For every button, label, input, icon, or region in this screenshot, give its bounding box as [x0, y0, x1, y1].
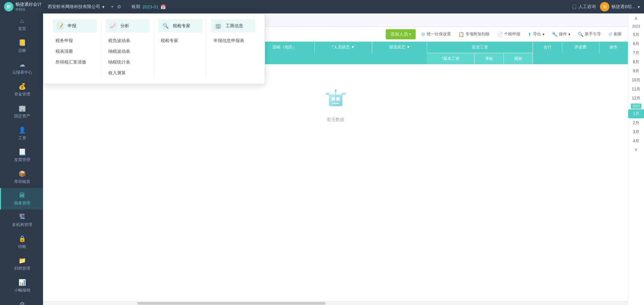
tax-icon: 🏛: [19, 192, 25, 199]
home-icon: ⌂: [20, 17, 24, 25]
timeline-up-button[interactable]: ▲: [632, 13, 640, 22]
tax-stats-item[interactable]: 纳税统计表: [106, 57, 150, 68]
fixed-assets-icon: 🏢: [18, 105, 26, 112]
inventory-icon: 📦: [18, 170, 26, 178]
operation-icon: 🔧: [552, 32, 558, 37]
sidebar-item-tax[interactable]: 🏛 税务管理: [0, 188, 43, 209]
tax-section-expert: 🔍 税检专家 税检专家: [154, 19, 207, 78]
timeline-month-10[interactable]: 10月: [628, 76, 644, 85]
refresh-label: 刷新: [614, 31, 622, 37]
timeline-month-4[interactable]: 4月: [628, 137, 644, 146]
annual-report-item[interactable]: 年报信息申报表: [211, 35, 256, 46]
tax-payment-item[interactable]: 纳税波动表: [106, 46, 150, 57]
empty-illustration: [322, 84, 349, 111]
income-calc2-item[interactable]: 收入测算: [106, 68, 150, 78]
headset-icon: 🎧: [572, 4, 577, 9]
guide-button[interactable]: 🔍 新手引导: [576, 30, 603, 38]
sidebar-label-cloud-report: 云报表中心: [12, 70, 32, 75]
analysis-icon: 📈: [108, 21, 118, 31]
special-deduction-button[interactable]: 📋 专项附加扣除: [456, 30, 492, 38]
sidebar-label-ledger: 总账: [18, 48, 26, 53]
timeline-down-button[interactable]: ▼: [632, 146, 640, 154]
operation-label: 操作: [559, 31, 567, 37]
calendar-icon[interactable]: 📅: [160, 4, 166, 9]
basic-settings-icon: ⚙: [20, 301, 25, 305]
operation-button[interactable]: 🔧 操作 ▾: [550, 30, 572, 38]
social-security-button[interactable]: ⚙ 统一社保设置: [419, 30, 453, 38]
user-name: 畅捷通B组...: [611, 4, 636, 10]
special-deduction-label: 专项附加扣除: [465, 31, 490, 37]
sidebar-item-ledger[interactable]: 📒 总账: [0, 35, 43, 57]
sidebar-label-fund: 资金管理: [14, 91, 30, 97]
export-button[interactable]: ⬆ 导出 ▾: [526, 30, 546, 38]
right-panel: ▲ 2023 5月 6月 7月 8月 9月 10月 11月 12月 2023 1…: [628, 13, 644, 305]
fund-icon: 💰: [18, 83, 26, 90]
tax-return-label: 个税申报: [504, 31, 520, 37]
sidebar-item-fixed-assets[interactable]: 🏢 固定资产: [0, 101, 43, 122]
th-base-salary: *基本工资: [427, 53, 474, 65]
timeline-month-11[interactable]: 11月: [628, 85, 644, 94]
popup-grid: 📝 申报 税务申报 税表清册 所得税汇算清缴 📈 分析 税负波动表 纳税波动表 …: [49, 19, 259, 78]
timeline-month-12[interactable]: 12月: [628, 94, 644, 103]
timeline-month-8[interactable]: 8月: [628, 58, 644, 67]
expert-item[interactable]: 税检专家: [158, 35, 202, 46]
tax-burden-item[interactable]: 税负波动表: [106, 35, 150, 46]
chevron-down-icon: ▾: [102, 4, 105, 9]
sidebar-item-archive[interactable]: 📁 归档管理: [0, 253, 43, 275]
sidebar-label-archive: 归档管理: [14, 266, 30, 271]
scroll-bar-thumb[interactable]: [137, 302, 326, 305]
sidebar-item-basic-settings[interactable]: ⚙ 基础设置: [0, 297, 43, 305]
logo-icon: 好: [4, 2, 13, 11]
period-info: 账期 2023-01 📅: [131, 4, 166, 10]
top-bar-left: 好 畅捷通好会计 旗舰版 西安虾米网络科技有限公司 ▾ + ⚙ 账期 2023-…: [4, 2, 166, 12]
invoice-icon: 📃: [18, 148, 26, 156]
analysis-title: 分析: [120, 23, 129, 29]
sidebar-item-multi-org[interactable]: 🏗 多机构管理: [0, 209, 43, 231]
expert-title: 税检专家: [173, 23, 190, 29]
tax-section-analysis: 📈 分析 税负波动表 纳税波动表 纳税统计表 收入测算: [102, 19, 154, 78]
timeline-month-9[interactable]: 9月: [628, 67, 644, 76]
export-caret-icon: ▾: [542, 32, 544, 37]
timeline-month-2[interactable]: 2月: [628, 118, 644, 127]
settings-icon[interactable]: ⚙: [117, 4, 121, 9]
sidebar-label-fixed-assets: 固定资产: [14, 113, 30, 119]
refresh-button[interactable]: ↺ 刷新: [606, 30, 624, 38]
svg-rect-0: [329, 94, 342, 106]
special-deduction-icon: 📋: [458, 32, 464, 37]
export-icon: ⬆: [528, 32, 532, 37]
service-button[interactable]: 🎧 人工咨询: [572, 4, 596, 10]
tax-declare-item[interactable]: 税务申报: [53, 35, 97, 46]
user-area[interactable]: 用 畅捷通B组... ▾: [600, 2, 640, 11]
sidebar-item-xiaochang[interactable]: 📊 小畅报销: [0, 275, 43, 297]
svg-rect-5: [342, 93, 346, 95]
timeline-month-1[interactable]: 1月: [628, 109, 644, 118]
period-label: 账期: [131, 4, 140, 10]
timeline-month-6[interactable]: 6月: [628, 39, 644, 48]
sidebar-label-multi-org: 多机构管理: [12, 222, 32, 228]
tax-form-clear-item[interactable]: 税表清册: [53, 46, 97, 57]
sidebar-item-home[interactable]: ⌂ 首页: [0, 13, 43, 35]
sidebar-item-inventory[interactable]: 📦 库存核算: [0, 166, 43, 188]
company-selector[interactable]: 西安虾米网络科技有限公司 ▾: [45, 2, 107, 11]
business-icon: 🏢: [214, 21, 223, 31]
tax-section-declaration: 📝 申报 税务申报 税表清册 所得税汇算清缴: [49, 19, 102, 78]
sidebar-item-closing[interactable]: 🔒 结账: [0, 231, 43, 253]
sidebar-label-xiaochang: 小畅报销: [14, 288, 30, 293]
add-company-icon[interactable]: +: [111, 4, 114, 10]
declaration-title: 申报: [68, 23, 76, 29]
timeline-month-5[interactable]: 5月: [628, 30, 644, 39]
sidebar-item-invoice[interactable]: 📃 发票管理: [0, 144, 43, 166]
timeline-month-7[interactable]: 7月: [628, 48, 644, 58]
sidebar-item-fund[interactable]: 💰 资金管理: [0, 79, 43, 101]
declaration-icon: 📝: [55, 21, 65, 31]
business-title: 工商信息: [226, 23, 243, 29]
sidebar-item-salary[interactable]: 👤 工资: [0, 122, 43, 144]
sidebar-item-cloud-report[interactable]: ☁ 云报表中心: [0, 57, 43, 79]
timeline-month-3[interactable]: 3月: [628, 127, 644, 137]
closing-icon: 🔒: [18, 235, 26, 242]
th-payroll: 应发工资: [427, 42, 533, 53]
income-calc-item[interactable]: 所得税汇算清缴: [53, 57, 97, 68]
tax-return-button[interactable]: 📄 个税申报: [495, 30, 522, 38]
add-person-button[interactable]: 添加人员 ▾: [386, 29, 416, 39]
sidebar: ⌂ 首页 📒 总账 ☁ 云报表中心 💰 资金管理 🏢 固定资产 👤 工资 📃 发…: [0, 13, 43, 305]
